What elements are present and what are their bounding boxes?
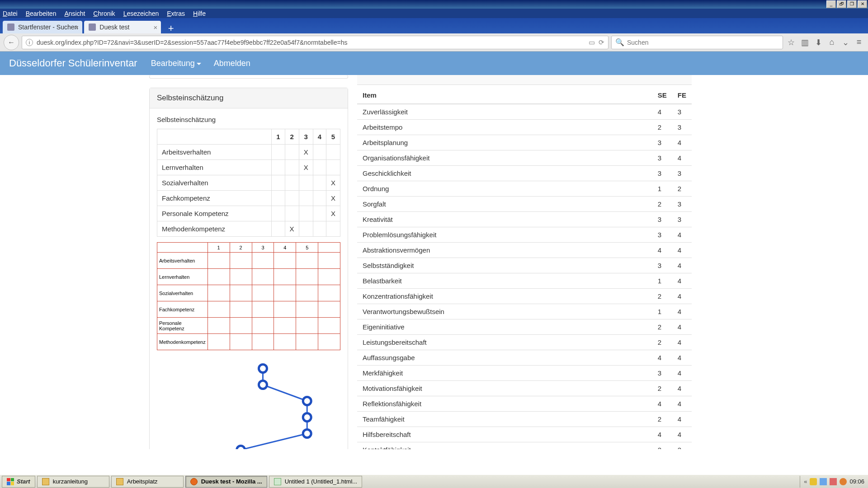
item-se: 4 xyxy=(652,243,672,258)
item-fe: 4 xyxy=(672,135,692,150)
menu-ansicht[interactable]: Ansicht xyxy=(64,10,85,17)
item-fe: 4 xyxy=(672,381,692,396)
items-row: Problemlösungsfähigkeit34 xyxy=(357,227,692,243)
items-col-header: SE xyxy=(652,87,672,104)
back-button[interactable]: ← xyxy=(4,35,19,50)
items-row: Abstraktionsvermögen44 xyxy=(357,243,692,258)
system-tray[interactable]: « 09:06 xyxy=(800,476,868,488)
tray-expand-icon[interactable]: « xyxy=(804,478,807,485)
item-fe: 3 xyxy=(672,166,692,181)
items-row: Eigeninitiative24 xyxy=(357,319,692,335)
tray-av-icon[interactable] xyxy=(840,478,847,485)
item-label: Motivationsfähigkeit xyxy=(357,381,652,396)
nav-abmelden[interactable]: Abmelden xyxy=(214,59,250,68)
panel-subtitle: Selbsteinschätzung xyxy=(157,116,340,123)
taskbar-button[interactable]: Duesk test - Mozilla ... xyxy=(185,476,267,488)
url-input[interactable] xyxy=(37,39,585,46)
browser-tab[interactable]: Startfenster - Suchen× xyxy=(3,21,82,33)
items-row: Ordnung12 xyxy=(357,181,692,197)
taskbar-button[interactable]: Arbeitsplatz xyxy=(111,476,184,488)
window-maximize-button[interactable]: ❐ xyxy=(847,0,857,8)
site-info-icon[interactable]: i xyxy=(26,39,33,46)
taskbar-button[interactable]: kurzanleitung xyxy=(37,476,109,488)
window-close-button[interactable]: ✕ xyxy=(858,0,867,8)
search-icon: 🔍 xyxy=(615,38,624,47)
tab-close-icon[interactable]: × xyxy=(154,23,158,31)
tray-volume-icon[interactable] xyxy=(830,478,837,485)
tab-close-icon[interactable]: × xyxy=(75,23,79,31)
rating-cell xyxy=(313,175,326,191)
new-tab-button[interactable]: + xyxy=(165,23,177,33)
col-header: 1 xyxy=(272,129,285,145)
menu-chronik[interactable]: Chronik xyxy=(93,10,115,17)
rating-cell: X xyxy=(299,160,313,175)
item-fe: 3 xyxy=(672,212,692,227)
tab-label: Startfenster - Suchen xyxy=(18,23,78,31)
item-label: Belastbarkeit xyxy=(357,273,652,289)
item-se: 3 xyxy=(652,366,672,381)
nav-bearbeitung[interactable]: Bearbeitung xyxy=(151,59,201,68)
reload-button[interactable]: ⟳ xyxy=(599,38,604,47)
taskbar-clock[interactable]: 09:06 xyxy=(849,478,864,485)
menu-hilfe[interactable]: Hilfe xyxy=(193,10,206,17)
taskbar-button-label: Untitled 1 (Untitled_1.html... xyxy=(285,478,357,485)
col-header: 4 xyxy=(313,129,326,145)
tray-shield-icon[interactable] xyxy=(810,478,817,485)
chart-row-label: Lernverhalten xyxy=(157,269,208,285)
chart-row-label: Fachkompetenz xyxy=(157,301,208,318)
window-minimize-button[interactable]: _ xyxy=(826,0,836,8)
browser-toolbar: ← i ▭ ⟳ 🔍 ☆ ▥ ⬇ ⌂ ⌄ ≡ xyxy=(0,33,868,52)
item-fe: 4 xyxy=(672,366,692,381)
items-row: Organisationsfähigkeit34 xyxy=(357,150,692,166)
item-label: Kontaktfähigkeit xyxy=(357,442,652,450)
rating-cell xyxy=(313,206,326,221)
item-se: 1 xyxy=(652,181,672,197)
taskbar-button[interactable]: Untitled 1 (Untitled_1.html... xyxy=(269,476,362,488)
rating-cell xyxy=(299,206,313,221)
bookmark-star-icon[interactable]: ☆ xyxy=(786,38,797,47)
item-se: 2 xyxy=(652,381,672,396)
item-se: 2 xyxy=(652,335,672,350)
home-icon[interactable]: ⌂ xyxy=(826,38,837,47)
item-se: 2 xyxy=(652,289,672,304)
url-bar[interactable]: i ▭ ⟳ xyxy=(22,36,609,49)
tray-network-icon[interactable] xyxy=(820,478,827,485)
window-restore-button[interactable]: 🗗 xyxy=(837,0,846,8)
panel-selbsteinschaetzung: Selbsteinschätzung Selbsteinschätzung 12… xyxy=(149,88,348,449)
item-se: 2 xyxy=(652,197,672,212)
app-brand[interactable]: Düsseldorfer Schülerinventar xyxy=(9,57,137,69)
item-label: Geschicklichkeit xyxy=(357,166,652,181)
item-fe: 4 xyxy=(672,289,692,304)
search-bar[interactable]: 🔍 xyxy=(611,36,783,49)
downloads-icon[interactable]: ⬇ xyxy=(813,38,824,47)
item-label: Kreativität xyxy=(357,212,652,227)
hamburger-menu-icon[interactable]: ≡ xyxy=(854,38,864,47)
start-button[interactable]: Start xyxy=(2,476,35,488)
rating-cell xyxy=(285,160,299,175)
chart-tick: 1 xyxy=(208,243,230,253)
items-col-header: Item xyxy=(357,87,652,104)
svg-point-5 xyxy=(259,365,267,373)
menu-extras[interactable]: Extras xyxy=(167,10,185,17)
row-label: Lernverhalten xyxy=(157,160,272,175)
chart-tick: 2 xyxy=(230,243,252,253)
items-row: Kontaktfähigkeit22 xyxy=(357,442,692,450)
rating-cell xyxy=(299,221,313,237)
pocket-icon[interactable]: ⌄ xyxy=(840,38,851,47)
menu-datei[interactable]: Datei xyxy=(3,10,18,17)
library-icon[interactable]: ▥ xyxy=(799,38,810,47)
item-label: Arbeitstempo xyxy=(357,120,652,135)
menu-bearbeiten[interactable]: Bearbeiten xyxy=(26,10,57,17)
taskbar-app-icon xyxy=(42,478,49,485)
table-row: FachkompetenzX xyxy=(157,191,340,206)
item-se: 4 xyxy=(652,396,672,412)
reader-mode-icon[interactable]: ▭ xyxy=(589,38,595,47)
rating-cell xyxy=(313,145,326,160)
items-row: Arbeitstempo23 xyxy=(357,120,692,135)
browser-tab[interactable]: Duesk test× xyxy=(84,21,161,33)
item-se: 3 xyxy=(652,135,672,150)
row-label: Methodenkompetenz xyxy=(157,221,272,237)
menu-lesezeichen[interactable]: Lesezeichen xyxy=(123,10,159,17)
chart-tick: 5 xyxy=(296,243,318,253)
search-input[interactable] xyxy=(627,39,779,46)
